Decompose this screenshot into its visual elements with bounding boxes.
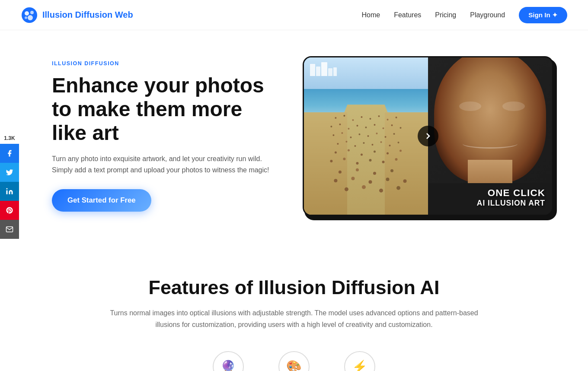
svg-point-37 xyxy=(389,145,391,147)
svg-point-25 xyxy=(350,137,352,139)
feature-icon-2: ⚡ xyxy=(344,351,375,371)
svg-point-47 xyxy=(356,162,358,165)
svg-point-38 xyxy=(398,142,399,144)
svg-point-50 xyxy=(395,159,398,161)
crowd-layer: // We'll generate crowd dots via inline … xyxy=(323,108,409,194)
svg-point-28 xyxy=(376,133,378,135)
svg-point-15 xyxy=(339,124,341,125)
svg-point-18 xyxy=(365,127,367,129)
hero-before-image: // We'll generate crowd dots via inline … xyxy=(304,57,428,215)
svg-point-29 xyxy=(385,136,387,138)
svg-point-0 xyxy=(22,7,37,23)
svg-point-48 xyxy=(369,159,372,162)
nav-playground[interactable]: Playground xyxy=(470,11,505,19)
linkedin-share-button[interactable] xyxy=(0,182,19,201)
svg-point-2 xyxy=(30,11,34,14)
svg-point-6 xyxy=(335,117,336,119)
svg-point-31 xyxy=(337,143,339,145)
features-title: Features of Illusion Diffusion AI xyxy=(21,276,567,298)
brand-name: Illusion Diffusion Web xyxy=(42,10,133,20)
hero-image-frame: // We'll generate crowd dots via inline … xyxy=(303,56,553,216)
feature-icons-row: 🔮 🎨 ⚡ xyxy=(21,351,567,371)
svg-point-33 xyxy=(354,146,356,147)
facebook-icon xyxy=(6,149,13,157)
twitter-share-button[interactable] xyxy=(0,163,19,182)
svg-point-59 xyxy=(403,180,407,183)
svg-point-32 xyxy=(345,141,347,143)
svg-point-49 xyxy=(382,161,385,164)
svg-point-43 xyxy=(387,152,389,155)
svg-point-35 xyxy=(372,144,374,146)
svg-point-14 xyxy=(330,126,332,128)
hero-split-image: // We'll generate crowd dots via inline … xyxy=(304,57,552,215)
features-section: Features of Illusion Diffusion AI Turns … xyxy=(0,242,588,371)
feature-item-1: 🎨 xyxy=(278,351,310,371)
svg-point-39 xyxy=(335,152,337,154)
svg-point-20 xyxy=(383,128,384,130)
svg-point-23 xyxy=(332,135,334,136)
feature-icon-0: 🔮 xyxy=(213,351,244,371)
nav-features[interactable]: Features xyxy=(394,11,421,19)
svg-point-1 xyxy=(25,11,29,16)
svg-point-40 xyxy=(348,149,350,152)
signin-button[interactable]: Sign In ✦ xyxy=(519,7,567,23)
svg-point-57 xyxy=(369,181,372,184)
hero-image-container: // We'll generate crowd dots via inline … xyxy=(303,56,553,216)
svg-point-51 xyxy=(339,171,342,174)
svg-point-45 xyxy=(330,160,332,163)
nav-pricing[interactable]: Pricing xyxy=(435,11,456,19)
hero-description: Turn any photo into exquisite artwork, a… xyxy=(52,153,277,175)
email-share-button[interactable] xyxy=(0,220,19,239)
svg-point-44 xyxy=(399,150,402,152)
hero-title: Enhance your photos to make them more li… xyxy=(52,73,277,145)
svg-point-27 xyxy=(368,136,369,137)
navigation: Illusion Diffusion Web Home Features Pri… xyxy=(0,0,588,30)
svg-point-56 xyxy=(351,177,355,181)
hero-content: ILLUSION DIFFUSION Enhance your photos t… xyxy=(52,60,277,212)
overlay-line2: AI ILLUSION ART xyxy=(477,199,545,208)
svg-point-8 xyxy=(352,119,354,121)
social-count: 1.3K xyxy=(0,133,19,144)
svg-point-63 xyxy=(396,186,400,190)
svg-point-52 xyxy=(356,168,359,171)
hero-tag: ILLUSION DIFFUSION xyxy=(52,60,277,67)
overlay-line1: ONE CLICK xyxy=(477,187,545,199)
svg-point-16 xyxy=(348,128,349,130)
svg-point-30 xyxy=(393,133,395,135)
svg-point-58 xyxy=(386,178,390,181)
split-arrow-icon xyxy=(418,126,438,146)
svg-point-10 xyxy=(370,118,371,120)
nav-home[interactable]: Home xyxy=(361,11,380,19)
svg-point-46 xyxy=(343,158,345,161)
twitter-icon xyxy=(6,168,13,176)
svg-point-55 xyxy=(334,179,337,183)
feature-icon-1: 🎨 xyxy=(278,351,310,371)
pinterest-share-button[interactable] xyxy=(0,201,19,220)
svg-point-53 xyxy=(373,172,376,175)
svg-point-61 xyxy=(362,185,366,189)
logo-link[interactable]: Illusion Diffusion Web xyxy=(21,6,133,24)
svg-point-9 xyxy=(361,116,362,118)
svg-point-5 xyxy=(6,188,8,189)
svg-point-42 xyxy=(374,151,376,153)
buildings-layer xyxy=(310,62,337,76)
svg-point-41 xyxy=(361,154,363,156)
svg-point-24 xyxy=(341,133,343,134)
image-overlay: ONE CLICK AI ILLUSION ART xyxy=(477,187,545,208)
linkedin-icon xyxy=(6,187,13,195)
logo-icon xyxy=(21,6,38,24)
svg-point-22 xyxy=(400,127,402,129)
svg-point-62 xyxy=(379,189,383,193)
social-sidebar: 1.3K xyxy=(0,133,19,239)
svg-point-12 xyxy=(387,119,389,120)
facebook-share-button[interactable] xyxy=(0,144,19,163)
feature-item-2: ⚡ xyxy=(344,351,375,371)
svg-point-3 xyxy=(28,15,33,20)
hero-section: ILLUSION DIFFUSION Enhance your photos t… xyxy=(0,30,588,242)
email-icon xyxy=(6,225,13,233)
svg-point-60 xyxy=(345,187,348,191)
svg-point-54 xyxy=(390,169,393,172)
svg-point-19 xyxy=(374,124,376,126)
cta-button[interactable]: Get Started for Free xyxy=(52,189,151,212)
nav-links: Home Features Pricing Playground Sign In… xyxy=(361,7,567,23)
